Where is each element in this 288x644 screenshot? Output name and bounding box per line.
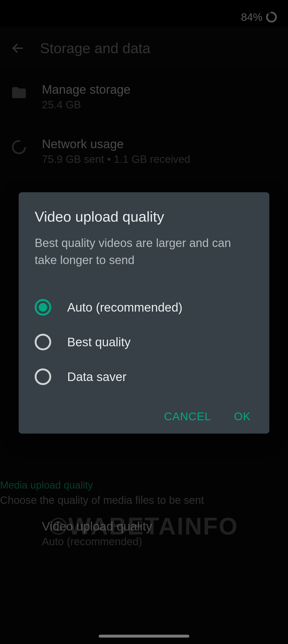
cancel-button[interactable]: CANCEL xyxy=(164,410,211,423)
radio-label: Auto (recommended) xyxy=(67,300,182,315)
radio-label: Data saver xyxy=(67,370,126,384)
dialog-description: Best quality videos are larger and can t… xyxy=(35,234,253,269)
radio-option-auto[interactable]: Auto (recommended) xyxy=(35,290,253,325)
radio-option-saver[interactable]: Data saver xyxy=(35,359,253,394)
video-quality-dialog: Video upload quality Best quality videos… xyxy=(19,192,269,434)
ok-button[interactable]: OK xyxy=(234,410,251,423)
radio-label: Best quality xyxy=(67,335,131,349)
gesture-nav-bar[interactable] xyxy=(99,635,189,638)
radio-icon xyxy=(35,299,51,316)
dialog-title: Video upload quality xyxy=(35,208,253,225)
radio-option-best[interactable]: Best quality xyxy=(35,325,253,359)
radio-icon xyxy=(35,368,51,385)
radio-icon xyxy=(35,334,51,350)
